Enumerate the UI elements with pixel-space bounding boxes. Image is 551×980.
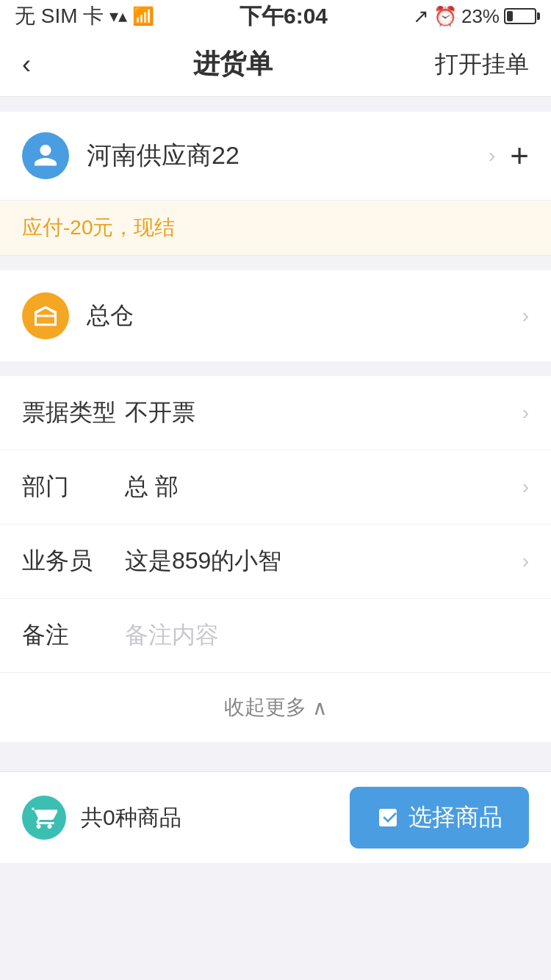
department-row[interactable]: 部门 总 部 › — [0, 450, 551, 525]
salesperson-value: 这是859的小智 — [125, 545, 522, 577]
supplier-avatar — [22, 132, 69, 179]
battery-icon — [504, 8, 536, 24]
gap-3 — [0, 361, 551, 376]
ticket-type-value: 不开票 — [125, 397, 522, 429]
open-pending-button[interactable]: 打开挂单 — [435, 48, 529, 81]
collapse-label: 收起更多 — [224, 693, 306, 721]
product-count: 共0种商品 — [81, 803, 350, 833]
notice-bar: 应付-20元，现结 — [0, 201, 551, 256]
salesperson-chevron-icon: › — [522, 550, 529, 573]
time-label: 下午6:04 — [240, 1, 328, 32]
nav-bar: ‹ 进货单 打开挂单 — [0, 32, 551, 97]
gap-1 — [0, 97, 551, 112]
user-icon — [32, 143, 59, 169]
supplier-name: 河南供应商22 — [87, 139, 489, 173]
remark-value: 备注内容 — [125, 619, 529, 652]
cart-icon — [31, 804, 57, 831]
gap-4 — [0, 742, 551, 757]
back-button[interactable]: ‹ — [22, 49, 31, 80]
warehouse-chevron-icon: › — [522, 304, 529, 328]
collapse-button[interactable]: 收起更多 ∧ — [0, 673, 551, 742]
page-title: 进货单 — [193, 46, 273, 82]
battery-percent: 23% — [461, 5, 500, 28]
ticket-type-label: 票据类型 — [22, 397, 125, 429]
warehouse-label: 总仓 — [87, 300, 522, 332]
remark-row[interactable]: 备注 备注内容 — [0, 599, 551, 673]
fields-card: 票据类型 不开票 › 部门 总 部 › 业务员 这是859的小智 › 备注 备注… — [0, 376, 551, 673]
salesperson-label: 业务员 — [22, 545, 125, 577]
department-value: 总 部 — [125, 471, 522, 503]
warehouse-icon-wrap — [22, 292, 69, 339]
supplier-chevron-icon: › — [489, 144, 495, 167]
department-chevron-icon: › — [522, 475, 529, 499]
product-icon-wrap — [22, 796, 66, 840]
wifi-icon: ▾▴ 📶 — [109, 6, 154, 26]
select-product-icon — [376, 806, 400, 829]
warehouse-row[interactable]: 总仓 › — [0, 270, 551, 361]
carrier-label: 无 SIM 卡 — [15, 2, 104, 30]
status-right: ↗ ⏰ 23% — [413, 5, 536, 28]
bottom-bar: 共0种商品 选择商品 — [0, 771, 551, 863]
notice-text: 应付-20元，现结 — [22, 216, 175, 239]
select-product-button[interactable]: 选择商品 — [350, 787, 529, 849]
ticket-type-chevron-icon: › — [522, 401, 529, 425]
warehouse-icon — [32, 303, 59, 329]
warehouse-card: 总仓 › — [0, 270, 551, 361]
location-icon: ↗ — [413, 5, 429, 28]
status-bar: 无 SIM 卡 ▾▴ 📶 下午6:04 ↗ ⏰ 23% — [0, 0, 551, 32]
department-label: 部门 — [22, 471, 125, 503]
collapse-icon: ∧ — [312, 696, 328, 720]
supplier-card: 河南供应商22 › + 应付-20元，现结 — [0, 112, 551, 256]
select-product-label: 选择商品 — [408, 801, 503, 834]
supplier-row[interactable]: 河南供应商22 › + — [0, 112, 551, 201]
salesperson-row[interactable]: 业务员 这是859的小智 › — [0, 525, 551, 599]
status-left: 无 SIM 卡 ▾▴ 📶 — [15, 2, 154, 30]
remark-label: 备注 — [22, 619, 125, 652]
ticket-type-row[interactable]: 票据类型 不开票 › — [0, 376, 551, 450]
gap-2 — [0, 256, 551, 270]
add-button[interactable]: + — [510, 137, 529, 174]
alarm-icon: ⏰ — [433, 5, 457, 28]
